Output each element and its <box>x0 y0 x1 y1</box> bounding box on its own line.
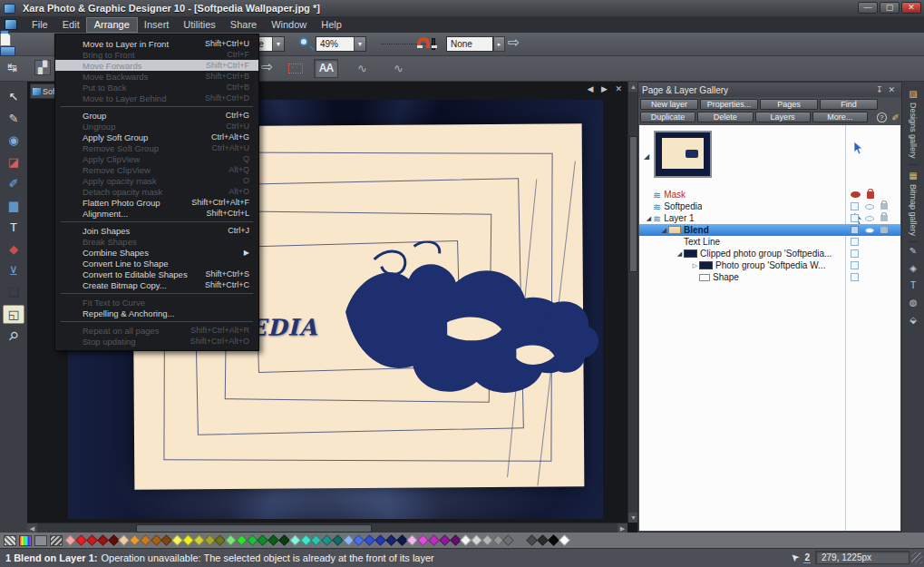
menu-item-stop-updating[interactable]: Stop updatingShift+Ctrl+Alt+O <box>55 336 258 347</box>
shadow-tool[interactable]: ❏ <box>3 283 24 302</box>
menu-share[interactable]: Share <box>223 18 264 32</box>
text-tool[interactable]: T <box>3 218 24 237</box>
scroll-up-icon[interactable]: ▲ <box>628 82 637 92</box>
color-swatch[interactable] <box>548 534 559 546</box>
delete-button[interactable]: Delete <box>697 112 753 122</box>
edit-state-icon[interactable] <box>851 273 859 281</box>
menu-item-join-shapes[interactable]: Join ShapesCtrl+J <box>55 225 258 236</box>
edit-state-icon[interactable] <box>851 214 859 222</box>
edit-state-icon[interactable] <box>851 249 859 258</box>
new-document-icon[interactable] <box>0 33 11 46</box>
visibility-icon[interactable] <box>851 191 861 198</box>
menu-item-fit-text-to-curve[interactable]: Fit Text to Curve <box>55 297 258 308</box>
menu-item-convert-line-to-shape[interactable]: Convert Line to Shape <box>55 258 258 269</box>
eyedropper-icon[interactable] <box>34 535 47 546</box>
menu-item-convert-to-editable-shapes[interactable]: Convert to Editable ShapesShift+Ctrl+S <box>55 269 258 279</box>
menu-item-group[interactable]: GroupCtrl+G <box>55 110 258 121</box>
color-swatch[interactable] <box>385 534 397 546</box>
help-icon[interactable]: ? <box>877 112 887 122</box>
rectangle-tool[interactable]: ▆ <box>3 196 24 215</box>
properties--button[interactable]: Properties... <box>700 99 758 110</box>
color-swatch[interactable] <box>193 534 205 546</box>
menu-item-put-to-back[interactable]: Put to BackCtrl+B <box>55 82 258 93</box>
close-button[interactable]: ✕ <box>901 2 921 14</box>
visibility-icon[interactable] <box>865 204 874 210</box>
edit-state-icon[interactable] <box>851 261 859 269</box>
menu-insert[interactable]: Insert <box>137 18 177 32</box>
horizontal-scroll-thumb[interactable] <box>136 524 372 533</box>
duplicate-button[interactable]: Duplicate <box>640 112 695 122</box>
lock-icon[interactable] <box>880 227 888 233</box>
blend-tool[interactable]: ◱ <box>3 305 24 324</box>
menu-edit[interactable]: Edit <box>55 18 87 32</box>
new-layer-button[interactable]: New layer <box>640 99 698 110</box>
panel-pin-icon[interactable]: ↧ <box>873 85 886 94</box>
lock-icon[interactable] <box>880 203 888 210</box>
color-swatch[interactable] <box>481 534 493 546</box>
menu-item-repelling-anchoring-[interactable]: Repelling & Anchoring... <box>55 308 258 318</box>
color-swatch[interactable] <box>537 534 549 546</box>
color-swatch[interactable] <box>86 534 98 546</box>
fonts-gallery-icon[interactable]: T <box>910 277 916 294</box>
menu-item-bring-to-front[interactable]: Bring to FrontCtrl+F <box>55 49 258 60</box>
pushpin-icon[interactable]: ✐ <box>892 112 900 122</box>
menu-item-move-to-layer-in-front[interactable]: Move to Layer in FrontShift+Ctrl+U <box>55 38 258 49</box>
tab-next-icon[interactable]: ▶ <box>601 84 610 93</box>
edit-state-icon[interactable] <box>851 202 859 210</box>
feather-slider-handle[interactable] <box>432 38 435 50</box>
color-swatch[interactable] <box>471 534 482 546</box>
color-swatch[interactable] <box>332 534 344 546</box>
blend-curve-icon[interactable]: ∿ <box>357 62 367 75</box>
color-swatch[interactable] <box>97 534 109 546</box>
color-swatch[interactable] <box>321 534 333 546</box>
find-button[interactable]: Find <box>820 99 878 110</box>
pages-button[interactable]: Pages <box>760 99 818 110</box>
color-swatch[interactable] <box>236 534 248 546</box>
menu-item-combine-shapes[interactable]: Combine Shapes▶ <box>55 247 258 258</box>
expanded-icon[interactable]: ◢ <box>676 250 684 258</box>
menu-item-create-bitmap-copy-[interactable]: Create Bitmap Copy...Shift+Ctrl+C <box>55 279 258 290</box>
visibility-icon[interactable] <box>865 228 874 233</box>
color-editor-icon[interactable] <box>19 535 32 546</box>
erase-tool[interactable]: ◪ <box>3 152 24 171</box>
layer-row-photo-group-softpedia-w-[interactable]: ▷Photo group 'Softpedia W... <box>639 259 900 271</box>
no-color-icon[interactable] <box>4 535 16 546</box>
color-swatch[interactable] <box>225 534 237 546</box>
color-swatch[interactable] <box>417 534 429 546</box>
direction-arrow-icon[interactable]: ⇨ <box>261 60 273 74</box>
snap-magnet-icon[interactable] <box>417 37 430 48</box>
open-document-icon[interactable] <box>0 46 15 56</box>
menu-arrange[interactable]: Arrange <box>87 18 137 32</box>
tab-bitmap-gallery[interactable]: ▦Bitmap gallery <box>909 165 919 242</box>
freehand-tool[interactable]: ✐ <box>3 174 24 193</box>
zoom-level-dropdown[interactable]: 49% ▼ <box>316 36 366 52</box>
color-swatch[interactable] <box>75 534 87 546</box>
lock-icon[interactable] <box>880 215 888 221</box>
named-colors-icon[interactable] <box>50 535 63 546</box>
page-thumbnail[interactable] <box>654 131 712 178</box>
expanded-icon[interactable]: ◢ <box>645 215 653 222</box>
blend-steps-icon[interactable]: ▞ <box>34 60 51 75</box>
vertical-scrollbar[interactable]: ▲ ▼ <box>627 82 637 523</box>
layer-row-softpedia[interactable]: ≋Softpedia <box>639 200 900 212</box>
color-swatch[interactable] <box>182 534 194 546</box>
menu-utilities[interactable]: Utilities <box>176 18 222 32</box>
layers-button[interactable]: Layers <box>755 112 811 122</box>
fill-gallery-icon[interactable]: ◈ <box>909 259 917 277</box>
menu-item-move-backwards[interactable]: Move BackwardsShift+Ctrl+B <box>55 71 258 82</box>
menu-item-apply-opacity-mask[interactable]: Apply opacity maskO <box>55 175 258 186</box>
layer-row-mask[interactable]: ≋Mask <box>639 189 900 200</box>
chevron-down-icon[interactable]: ▼ <box>354 37 365 51</box>
menu-item-ungroup[interactable]: UngroupCtrl+U <box>55 121 258 132</box>
antialias-button[interactable]: AA <box>314 59 338 78</box>
collapsed-icon[interactable]: ▷ <box>691 262 699 269</box>
selector-tool[interactable]: ↖ <box>3 87 24 106</box>
color-swatch[interactable] <box>428 534 440 546</box>
name-gallery-icon[interactable]: ⬙ <box>909 311 917 328</box>
menu-window[interactable]: Window <box>264 18 314 32</box>
vertical-scroll-thumb[interactable] <box>629 136 637 272</box>
menu-item-apply-soft-group[interactable]: Apply Soft GroupCtrl+Alt+G <box>55 132 258 142</box>
blend-spacing-icon[interactable]: ↹ <box>7 61 17 74</box>
menu-item-move-forwards[interactable]: Move ForwardsShift+Ctrl+F <box>55 60 258 71</box>
color-swatch[interactable] <box>129 534 141 546</box>
